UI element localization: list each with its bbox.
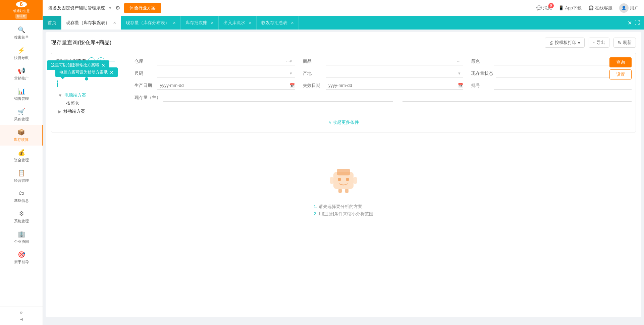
stock-to-input[interactable] <box>402 94 632 102</box>
enterprise-icon: 🏢 <box>18 230 25 238</box>
search-icon: 🔍 <box>18 26 25 34</box>
tooltip2-close[interactable]: ✕ <box>101 63 105 68</box>
tab-inventory-dist-label: 现存量（库存分布表） <box>126 20 169 26</box>
sidebar-item-guide[interactable]: 🎯 新手引导 <box>0 248 43 268</box>
cangku-select[interactable]: ··· ▾ <box>157 57 295 65</box>
sidebar-item-nav[interactable]: ⚡ 快捷导航 <box>0 43 43 64</box>
search-btn[interactable]: 查询 <box>609 57 632 67</box>
collapse-btn[interactable]: ∧ 收起更多条件 <box>55 117 632 128</box>
tab-inventory-status-close[interactable]: ✕ <box>113 21 116 25</box>
message-badge: 9 <box>548 3 554 8</box>
sidebar-label-nav: 快捷导航 <box>14 55 29 60</box>
system-icon: ⚙ <box>19 210 24 217</box>
tab-batch-label: 库存批次账 <box>185 20 207 26</box>
logo-icon: 6 <box>16 1 27 7</box>
sidebar-label-operations: 经营管理 <box>14 178 29 183</box>
trial-button[interactable]: 体验行业方案 <box>124 3 161 13</box>
guide-icon: 🎯 <box>18 251 25 258</box>
online-support-label: 在线客服 <box>595 5 612 11</box>
sidebar-label-guide: 新手引导 <box>14 260 29 265</box>
sidebar-logo: 6 畅通好生意 标准版 <box>0 0 43 20</box>
sidebar-collapse-btn[interactable]: ◀ <box>20 317 23 321</box>
scheme-item-pc[interactable]: ▼ 电脑端方案 <box>55 91 123 99</box>
sidebar-item-purchase[interactable]: 🛒 采购管理 <box>0 105 43 125</box>
sidebar-item-basic[interactable]: 🗂 基础信息 <box>0 186 43 207</box>
origin-select[interactable]: ▾ <box>326 69 463 77</box>
sidebar-item-sales[interactable]: 📊 销售管理 <box>0 84 43 105</box>
filter-size: 尺码 ▾ <box>135 69 295 77</box>
brand-name: 畅通好生意 <box>13 9 30 13</box>
filter-section: 按以下方案查询 + ↻ ⟵ 电脑方案可设为移动方案哦 ✕ <box>51 53 636 132</box>
tooltip-create-scheme: 这里可以创建和修改方案哦 ✕ <box>47 60 109 70</box>
sidebar-footer: ⚙ ◀ <box>0 307 43 325</box>
sidebar-item-operations[interactable]: 📋 经营管理 <box>0 166 43 186</box>
tab-close-all-icon[interactable]: ✕ <box>628 20 632 26</box>
tab-summary[interactable]: 收发存汇总表 ✕ <box>257 16 299 30</box>
print-chevron: ▾ <box>578 40 580 45</box>
sidebar-item-search[interactable]: 🔍 搜索菜单 <box>0 23 43 43</box>
tab-fullscreen-icon[interactable]: ⛶ <box>635 20 640 26</box>
scheme-item-mobile[interactable]: ▶ 移动端方案 <box>55 107 123 115</box>
sidebar-label-basic: 基础信息 <box>14 198 29 203</box>
tab-batch-close[interactable]: ✕ <box>211 21 214 25</box>
sidebar-label-enterprise: 企业协同 <box>14 239 29 244</box>
tab-flow[interactable]: 出入库流水 ✕ <box>219 16 257 30</box>
export-btn[interactable]: ↑ 导出 <box>589 38 610 48</box>
calendar-icon-prod[interactable]: 📅 <box>289 83 295 88</box>
size-select[interactable]: ▾ <box>157 69 295 77</box>
phone-icon: 📱 <box>558 5 564 10</box>
collapse-footer-icon: ◀ <box>20 317 23 321</box>
print-btn[interactable]: 🖨 按模板打印 ▾ <box>545 38 585 48</box>
sidebar-item-enterprise[interactable]: 🏢 企业协同 <box>0 227 43 248</box>
goods-select[interactable]: ··· <box>326 57 463 65</box>
marketing-icon: 📢 <box>18 67 25 74</box>
tab-batch[interactable]: 库存批次账 ✕ <box>181 16 219 30</box>
sidebar-label-search: 搜索菜单 <box>14 35 29 40</box>
cangku-dots[interactable]: ··· <box>286 59 290 64</box>
tab-home-label: 首页 <box>48 20 56 26</box>
sidebar: 6 畅通好生意 标准版 🔍 搜索菜单 ⚡ 快捷导航 📢 营销推广 📊 销售管理 … <box>0 0 43 325</box>
support-icon: 🎧 <box>588 5 594 10</box>
refresh-label: 刷新 <box>623 40 632 46</box>
goods-dots[interactable]: ··· <box>457 59 461 64</box>
sidebar-label-finance: 资金管理 <box>14 158 29 163</box>
svg-rect-7 <box>345 189 348 193</box>
gear-icon[interactable]: ⚙ <box>115 5 120 11</box>
chevron-down-icon: ▾ <box>109 5 111 10</box>
prod-date-input[interactable] <box>157 82 289 89</box>
sidebar-item-finance[interactable]: 💰 资金管理 <box>0 146 43 166</box>
sidebar-item-system[interactable]: ⚙ 系统管理 <box>0 207 43 227</box>
filter-settings-btn[interactable]: 设置 <box>609 69 632 79</box>
filter-grid-row3: 生产日期 📅 失效日期 📅 <box>135 82 632 90</box>
batch-input[interactable] <box>494 82 632 90</box>
tooltip1-close[interactable]: ✕ <box>110 70 114 75</box>
filter-prod-date: 生产日期 📅 <box>135 82 295 90</box>
tab-inventory-dist[interactable]: 现存量（库存分布表） ✕ <box>121 16 181 30</box>
tab-inventory-status[interactable]: 现存量（库存状况表） ✕ <box>61 16 121 30</box>
purchase-icon: 🛒 <box>18 108 25 115</box>
tab-flow-close[interactable]: ✕ <box>249 21 252 25</box>
calendar-icon-expire[interactable]: 📅 <box>458 83 463 88</box>
filter-goods: 商品 ··· <box>303 57 463 65</box>
empty-hints: 请先选择要分析的方案 用[过滤]条件来缩小分析范围 <box>314 202 373 218</box>
tab-inventory-status-label: 现存量（库存状况表） <box>66 20 110 26</box>
tab-home[interactable]: 首页 <box>43 16 61 30</box>
app-download-btn[interactable]: 📱 App下载 <box>558 5 582 11</box>
expire-date-input[interactable] <box>326 82 458 89</box>
header: 装备及固定资产辅助管理系统 ▾ ⚙ 体验行业方案 💬 消息 9 📱 App下载 … <box>43 0 644 16</box>
stock-from-input[interactable] <box>163 94 393 102</box>
tab-inventory-dist-close[interactable]: ✕ <box>173 21 176 25</box>
message-btn[interactable]: 💬 消息 9 <box>536 5 552 11</box>
refresh-btn[interactable]: ↻ 刷新 <box>613 38 636 48</box>
online-support-btn[interactable]: 🎧 在线客服 <box>588 5 612 11</box>
nav-icon: ⚡ <box>18 47 25 54</box>
sidebar-item-marketing[interactable]: 📢 营销推广 <box>0 64 43 84</box>
tab-summary-close[interactable]: ✕ <box>291 21 294 25</box>
operations-icon: 📋 <box>18 169 25 177</box>
sidebar-settings-btn[interactable]: ⚙ <box>20 311 23 315</box>
scheme-item-cang[interactable]: 按照仓 <box>55 99 123 107</box>
page-title-row: 现存量查询(按仓库+商品) 🖨 按模板打印 ▾ ↑ 导出 ↻ 刷新 <box>51 38 636 48</box>
filter-grid-row1: 仓库 ··· ▾ 商品 ··· <box>135 57 632 65</box>
user-menu[interactable]: 👤 用户 <box>619 3 639 13</box>
sidebar-item-inventory[interactable]: 📦 库存核算 <box>0 125 43 146</box>
